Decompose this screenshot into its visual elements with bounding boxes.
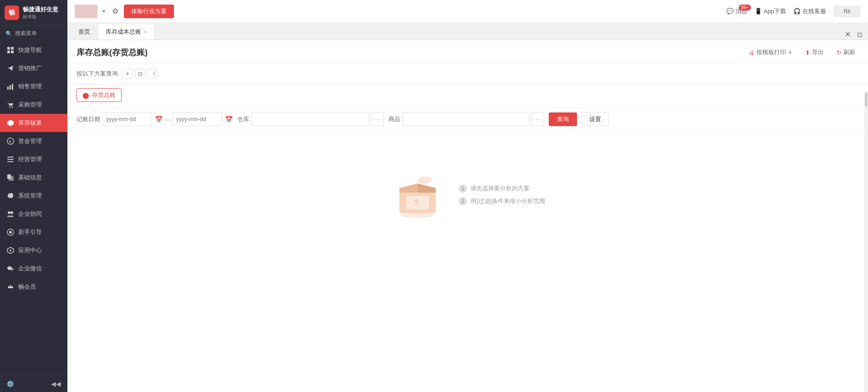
print-dropdown-icon[interactable]: ▼ (788, 50, 792, 55)
operations-icon (6, 155, 15, 163)
goods-more-button[interactable]: ··· (531, 112, 544, 126)
dropdown-arrow-icon[interactable]: ▼ (101, 8, 107, 15)
print-button[interactable]: 🖨 按模板打印 ▼ (745, 46, 796, 58)
page-inner: 库存总账(存货总账) 🖨 按模板打印 ▼ ⬆ 导出 ↻ 刷新 (67, 40, 868, 392)
tip-number-1: 1 (459, 184, 467, 193)
home-tab-label: 首页 (78, 28, 90, 36)
print-icon: 🖨 (749, 49, 755, 56)
sidebar-item-cooperation[interactable]: 企业协同 (0, 205, 67, 223)
purchase-icon (6, 101, 15, 109)
message-icon: 💬 (726, 8, 734, 15)
svg-rect-12 (7, 159, 14, 160)
svg-rect-3 (11, 51, 14, 53)
filter-add-button[interactable]: ＋ (123, 69, 133, 79)
tab-home[interactable]: 首页 (71, 24, 97, 40)
tab-inventory-ledger[interactable]: 库存成本总账 × (98, 24, 154, 40)
svg-text:?: ? (414, 198, 419, 207)
search-menu[interactable]: 🔍 搜索菜单 (0, 26, 67, 41)
wechat-icon (6, 265, 15, 273)
app-download-item[interactable]: 📱 App下载 (755, 7, 786, 15)
sidebar-item-base[interactable]: 基础信息 (0, 168, 67, 187)
settings-gear-icon[interactable]: ⚙ (112, 7, 118, 15)
tab-bar: 首页 库存成本总账 × ✕ ⊡ (67, 23, 868, 40)
main-wrapper: ▼ ⚙ 体验行业方案 💬 消息 99+ 📱 App下载 🎧 在线客服 Rit (67, 0, 868, 392)
date-separator: — (164, 116, 170, 123)
svg-point-19 (9, 231, 12, 234)
filter-settings-button[interactable]: ⊙ (135, 69, 145, 79)
scrollbar-thumb[interactable] (865, 93, 868, 107)
message-item[interactable]: 💬 消息 99+ (726, 7, 747, 15)
scheme-tag-inventory[interactable]: ⬤ 存货总账 (77, 88, 122, 102)
fold-sidebar-icon[interactable]: ◀◀ (51, 380, 61, 387)
online-support-item[interactable]: 🎧 在线客服 (793, 7, 826, 15)
svg-point-8 (12, 107, 13, 108)
search-icon: 🔍 (5, 31, 12, 37)
sidebar-item-wechat[interactable]: 企业微信 (0, 260, 67, 278)
warehouse-input[interactable] (251, 112, 369, 126)
filter-collapse-button[interactable]: 《 (148, 69, 158, 79)
sidebar-item-inventory[interactable]: 库存核算 (0, 114, 67, 132)
sidebar-item-apps[interactable]: 应用中心 (0, 241, 67, 260)
page-header: 库存总账(存货总账) 🖨 按模板打印 ▼ ⬆ 导出 ↻ 刷新 (67, 40, 868, 63)
quick-nav-icon (6, 46, 15, 54)
app-logo-text: 畅捷通好生意 标准版 (23, 6, 58, 20)
date-start-input[interactable] (102, 112, 152, 126)
apps-icon (6, 246, 15, 255)
sidebar-item-newbie[interactable]: 新手引导 (0, 223, 67, 241)
svg-point-22 (10, 268, 14, 270)
sales-icon (6, 82, 15, 91)
svg-rect-0 (7, 47, 10, 50)
marketing-icon (6, 64, 15, 72)
panel-close-x-icon[interactable]: ✕ (842, 29, 853, 40)
user-info-area[interactable]: Rit (833, 5, 861, 17)
sidebar-item-sales[interactable]: 销售管理 (0, 77, 67, 96)
industry-solution-button[interactable]: 体验行业方案 (124, 5, 174, 18)
sidebar-nav: 快捷导航 营销推广 销售管理 采购管理 库存核算 (0, 41, 67, 375)
newbie-icon (6, 228, 15, 236)
user-avatar-placeholder (75, 5, 97, 18)
filter-bar: 按以下方案查询 ＋ ⊙ 《 (67, 63, 868, 85)
inventory-icon (6, 119, 15, 127)
svg-rect-15 (9, 176, 14, 181)
svg-point-29 (418, 179, 425, 183)
sidebar-item-capital[interactable]: ¥ 资金管理 (0, 132, 67, 150)
goods-field-group: 商品 ··· (388, 112, 544, 126)
calendar-start-icon[interactable]: 📅 (155, 116, 163, 123)
warehouse-more-button[interactable]: ··· (371, 112, 384, 126)
svg-point-20 (10, 249, 11, 251)
empty-tip-2: 2 用[过滤]条件来缩小分析范围 (459, 197, 545, 205)
tab-close-icon[interactable]: × (144, 29, 147, 35)
sidebar-item-system[interactable]: 系统管理 (0, 187, 67, 205)
headset-icon: 🎧 (793, 8, 801, 15)
refresh-icon: ↻ (837, 49, 842, 56)
sidebar-item-vip[interactable]: 畅会员 (0, 278, 67, 296)
page-title: 库存总账(存货总账) (77, 47, 148, 58)
sidebar-item-quick-nav[interactable]: 快捷导航 (0, 41, 67, 59)
settings-button[interactable]: 设置 (582, 112, 609, 126)
search-button[interactable]: 查询 (549, 112, 577, 126)
sidebar-item-operations[interactable]: 经营管理 (0, 150, 67, 168)
tab-label: 库存成本总账 (106, 28, 141, 36)
tip-number-2: 2 (459, 197, 467, 205)
refresh-button[interactable]: ↻ 刷新 (833, 46, 859, 58)
export-button[interactable]: ⬆ 导出 (802, 46, 827, 58)
topbar: ▼ ⚙ 体验行业方案 💬 消息 99+ 📱 App下载 🎧 在线客服 Rit (67, 0, 868, 23)
topbar-right: 💬 消息 99+ 📱 App下载 🎧 在线客服 Rit (726, 5, 861, 17)
panel-resize-icon[interactable]: ⊡ (855, 30, 864, 39)
goods-input[interactable] (402, 112, 530, 126)
sidebar-logo: 畅 畅捷通好生意 标准版 (0, 0, 67, 26)
warehouse-field-group: 仓库 ··· (237, 112, 384, 126)
empty-illustration: ? (390, 168, 445, 222)
svg-rect-5 (10, 85, 11, 90)
sidebar-item-purchase[interactable]: 采购管理 (0, 96, 67, 114)
export-icon: ⬆ (805, 49, 810, 56)
date-end-input[interactable] (172, 112, 222, 126)
scrollbar-track[interactable] (864, 91, 868, 392)
scheme-icon: ⬤ (82, 92, 89, 99)
cooperation-icon (6, 210, 15, 218)
warehouse-label: 仓库 (237, 115, 249, 123)
settings-footer-icon[interactable]: ⚙️ (6, 380, 14, 387)
calendar-end-icon[interactable]: 📅 (225, 116, 233, 123)
sidebar-item-marketing[interactable]: 营销推广 (0, 59, 67, 77)
vip-icon (6, 283, 15, 291)
